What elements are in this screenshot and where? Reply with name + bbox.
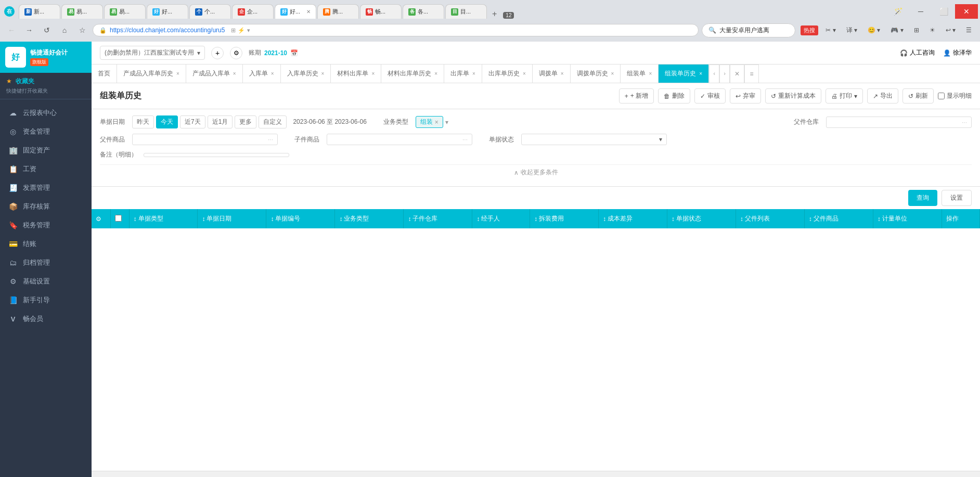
th-cost-diff[interactable]: ↕成本差异 — [598, 209, 667, 228]
sidebar-item-member[interactable]: V 畅会员 — [0, 310, 92, 328]
child-goods-input[interactable]: ··· — [327, 134, 472, 145]
company-settings-button[interactable]: ⚙ — [230, 47, 242, 59]
tab-close-assembly-history[interactable]: × — [699, 71, 702, 76]
query-button[interactable]: 查询 — [908, 190, 937, 206]
tab-close-material-out-history[interactable]: × — [434, 71, 437, 76]
abandon-button[interactable]: ↩ 弃审 — [730, 88, 761, 104]
date-btn-yesterday[interactable]: 昨天 — [132, 115, 154, 128]
child-goods-more-icon[interactable]: ··· — [462, 136, 468, 143]
tab-close-stock-out[interactable]: × — [472, 71, 475, 76]
company-selector[interactable]: (勿删勿禁用）江西服宝测试专用 ▾ — [100, 46, 205, 60]
tab-close-stock-out-history[interactable]: × — [523, 71, 526, 76]
content-tab-stock-in[interactable]: 入库单× — [243, 65, 281, 83]
parent-warehouse-input[interactable]: ··· — [826, 117, 972, 128]
tab-close-transfer-history[interactable]: × — [611, 71, 614, 76]
collapse-bar[interactable]: ∧ 收起更多条件 — [100, 164, 972, 180]
sidebar-item-inventory[interactable]: 📦 库存核算 — [0, 197, 92, 216]
content-tab-assembly[interactable]: 组装单× — [621, 65, 659, 83]
content-tab-transfer-history[interactable]: 调拨单历史× — [571, 65, 621, 83]
emoji-button[interactable]: 😊 ▾ — [863, 25, 884, 35]
browser-tab-2[interactable]: 易易... — [61, 4, 103, 19]
sidebar-item-archive[interactable]: 🗂 归档管理 — [0, 253, 92, 272]
content-tab-home[interactable]: 首页 — [92, 65, 117, 83]
date-btn-more[interactable]: 更多 — [235, 115, 256, 128]
forward-button[interactable]: → — [22, 23, 36, 37]
home-button[interactable]: ⌂ — [57, 23, 72, 37]
date-btn-today[interactable]: 今天 — [156, 115, 178, 128]
content-tab-production-in-history[interactable]: 产成品入库单历史× — [117, 65, 186, 83]
sidebar-item-invoice[interactable]: 🧾 发票管理 — [0, 178, 92, 197]
content-tab-production-in[interactable]: 产成品入库单× — [186, 65, 243, 83]
show-detail-checkbox[interactable]: 显示明细 — [938, 92, 972, 100]
remark-input[interactable] — [144, 153, 289, 157]
th-biztype[interactable]: ↕业务类型 — [335, 209, 404, 228]
undo-button[interactable]: ↩ ▾ — [942, 25, 960, 35]
bottom-scrollbar[interactable] — [92, 471, 980, 477]
tabs-right-arrow[interactable]: › — [719, 65, 730, 83]
tab-close-material-out[interactable]: × — [371, 71, 375, 76]
add-company-button[interactable]: + — [211, 47, 224, 59]
translate-button[interactable]: 译 ▾ — [842, 25, 861, 36]
add-button[interactable]: + + 新增 — [619, 88, 654, 104]
sidebar-item-payroll[interactable]: 📋 工资 — [0, 160, 92, 178]
browser-tab-9[interactable]: 畅畅... — [360, 4, 402, 19]
th-status[interactable]: ↕单据状态 — [667, 209, 736, 228]
browser-tab-active[interactable]: 好好...✕ — [275, 4, 316, 19]
new-tab-button[interactable]: + — [488, 9, 501, 19]
sidebar-item-fixed-assets[interactable]: 🏢 固定资产 — [0, 141, 92, 160]
select-all-checkbox[interactable] — [115, 215, 122, 222]
browser-tab-3[interactable]: 易易... — [104, 4, 146, 19]
sidebar-item-guide[interactable]: 📘 新手引导 — [0, 291, 92, 310]
bookmark-button[interactable]: ☆ — [75, 23, 89, 37]
content-tab-transfer[interactable]: 调拨单× — [533, 65, 571, 83]
th-settings[interactable]: ⚙ — [92, 209, 110, 228]
biz-type-dropdown[interactable]: ▾ — [445, 119, 448, 126]
url-bar[interactable]: 🔒 https://cloud.chanjet.com/accounting/u… — [93, 24, 699, 36]
th-parent-list[interactable]: ↕父件列表 — [736, 209, 804, 228]
browser-tab-10[interactable]: 各各... — [403, 4, 444, 19]
user-info[interactable]: 👤 徐泽华 — [943, 48, 972, 57]
sidebar-item-finance[interactable]: ◎ 资金管理 — [0, 122, 92, 141]
content-tab-stock-out-history[interactable]: 出库单历史× — [482, 65, 533, 83]
date-btn-custom[interactable]: 自定义 — [259, 115, 287, 128]
th-checkbox[interactable] — [110, 209, 129, 228]
recalculate-button[interactable]: ↺ 重新计算成本 — [765, 88, 821, 104]
browser-search-bar[interactable]: 🔍 大量安卓用户逃离 — [702, 23, 795, 37]
th-parent-goods[interactable]: ↕父件商品 — [804, 209, 873, 228]
content-tab-stock-in-history[interactable]: 入库单历史× — [281, 65, 331, 83]
sidebar-item-cloud-report[interactable]: ☁ 云报表中心 — [0, 104, 92, 122]
browser-tab-5[interactable]: 个个... — [189, 4, 231, 19]
menu-button[interactable]: ☰ — [962, 25, 976, 35]
print-button[interactable]: 🖨 打印 ▾ — [826, 88, 863, 104]
browser-tab-6[interactable]: 企企... — [232, 4, 274, 19]
content-tab-material-out-history[interactable]: 材料出库单历史× — [381, 65, 444, 83]
browser-tab-1[interactable]: 新新... — [19, 4, 60, 19]
tab-close-assembly[interactable]: × — [649, 71, 652, 76]
browser-tab-8[interactable]: 腾腾... — [317, 4, 359, 19]
sidebar-item-settlement[interactable]: 💳 结账 — [0, 235, 92, 253]
filter-settings-button[interactable]: 设置 — [942, 190, 972, 206]
show-detail-input[interactable] — [938, 93, 945, 99]
content-tab-assembly-history[interactable]: 组装单历史× — [659, 65, 709, 83]
tabs-menu[interactable]: ≡ — [744, 65, 759, 83]
refresh-button-page[interactable]: ↺ 刷新 — [902, 88, 934, 104]
tab-close-production-in-history[interactable]: × — [176, 71, 179, 76]
audit-button[interactable]: ✓ 审核 — [694, 88, 726, 104]
tab-close-stock-in[interactable]: × — [271, 71, 274, 76]
th-date[interactable]: ↕单据日期 — [198, 209, 266, 228]
tabs-close-all[interactable]: ✕ — [730, 65, 744, 83]
th-type[interactable]: ↕单据类型 — [129, 209, 198, 228]
tab-close-transfer[interactable]: × — [561, 71, 564, 76]
sidebar-item-tax[interactable]: 🔖 税务管理 — [0, 216, 92, 235]
parent-warehouse-more-icon[interactable]: ··· — [962, 119, 967, 126]
browser-tab-11[interactable]: 目目... — [445, 4, 487, 19]
date-btn-7days[interactable]: 近7天 — [180, 115, 205, 128]
biz-type-tag-remove[interactable]: × — [435, 119, 439, 126]
parent-goods-more-icon[interactable]: ··· — [268, 136, 273, 143]
th-disassemble-fee[interactable]: ↕拆装费用 — [530, 209, 598, 228]
export-button[interactable]: ↗ 导出 — [867, 88, 898, 104]
delete-button[interactable]: 🗑 删除 — [658, 88, 690, 104]
cut-button[interactable]: ✂ ▾ — [821, 25, 840, 35]
tabs-left-arrow[interactable]: ‹ — [709, 65, 719, 83]
refresh-button[interactable]: ↺ — [40, 23, 54, 37]
